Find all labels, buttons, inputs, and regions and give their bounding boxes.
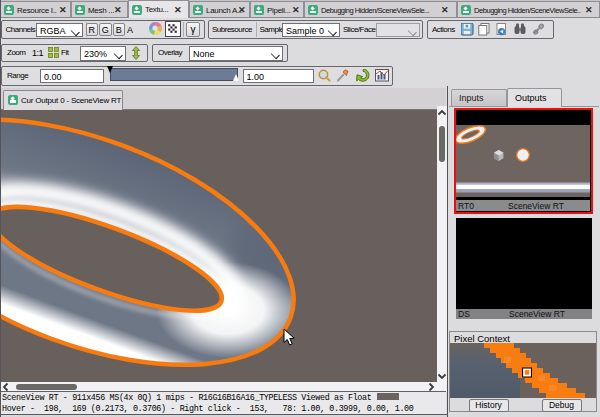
svg-text:SceneView RT: SceneView RT <box>508 201 564 211</box>
svg-text:RT0: RT0 <box>458 201 474 211</box>
